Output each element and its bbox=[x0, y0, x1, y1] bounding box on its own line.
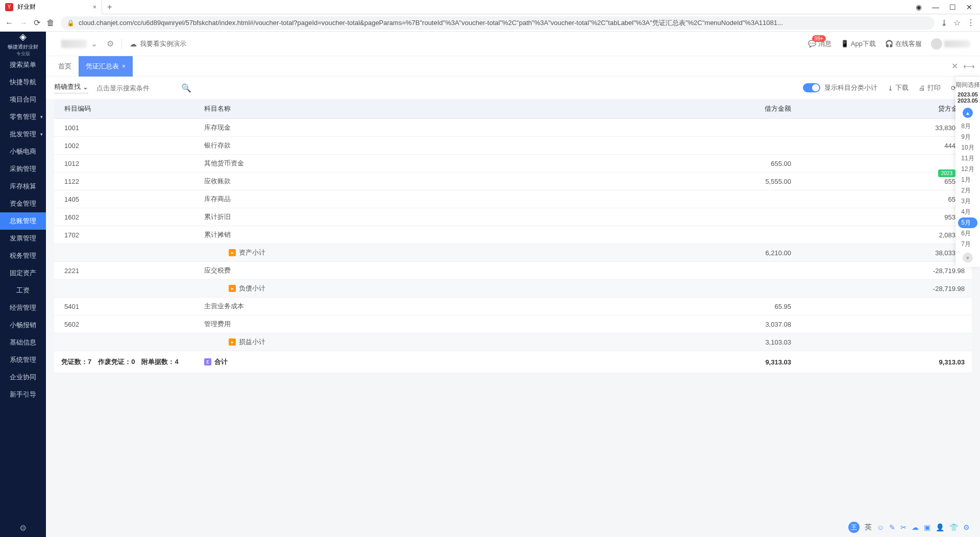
header-code[interactable]: 科目编码 bbox=[54, 99, 197, 119]
table-row[interactable]: 5401 主营业务成本 65.95 bbox=[54, 298, 972, 315]
sidebar-item-8[interactable]: 资金管理 bbox=[0, 195, 46, 212]
sidebar-item-12[interactable]: 固定资产 bbox=[0, 264, 46, 282]
ime-user-icon[interactable]: 👤 bbox=[936, 523, 944, 531]
header-debit[interactable]: 借方金额 bbox=[625, 99, 798, 119]
minimize-icon[interactable]: — bbox=[932, 3, 939, 11]
ime-cloud-icon[interactable]: ☁ bbox=[912, 523, 919, 531]
table-row[interactable]: 5602 管理费用 3,037.08 bbox=[54, 315, 972, 333]
subtotal-toggle[interactable]: 显示科目分类小计 bbox=[803, 83, 877, 92]
sidebar-item-5[interactable]: 小畅电商 bbox=[0, 143, 46, 160]
ime-lang[interactable]: 英 bbox=[865, 523, 872, 532]
close-tab-icon[interactable]: × bbox=[122, 63, 126, 70]
sidebar-item-4[interactable]: 批发管理▾ bbox=[0, 126, 46, 143]
month-option[interactable]: 4月 bbox=[958, 207, 977, 217]
demo-link[interactable]: ☁ 我要看实例演示 bbox=[130, 39, 186, 48]
sidebar-item-13[interactable]: 工资 bbox=[0, 282, 46, 299]
expand-icon[interactable]: ⟷ bbox=[963, 61, 975, 71]
table-row[interactable]: 1602 累计折旧 953.75 bbox=[54, 208, 972, 226]
month-option[interactable]: 8月 bbox=[958, 121, 977, 132]
org-settings-icon[interactable]: ⚙ bbox=[107, 39, 114, 48]
download-button[interactable]: ⤓ 下载 bbox=[888, 83, 909, 92]
period-to[interactable]: 2023.05 bbox=[958, 97, 978, 104]
cell-name: 库存现金 bbox=[197, 119, 625, 137]
header-credit[interactable]: 贷方金额 bbox=[798, 99, 972, 119]
period-from[interactable]: 2023.05 bbox=[958, 91, 978, 97]
tab-voucher-summary[interactable]: 凭证汇总表 × bbox=[79, 56, 133, 77]
header-name[interactable]: 科目名称 bbox=[197, 99, 625, 119]
ime-settings-icon[interactable]: ⚙ bbox=[963, 523, 970, 531]
sidebar-item-14[interactable]: 经营管理 bbox=[0, 299, 46, 316]
close-tab-icon[interactable]: × bbox=[93, 4, 96, 11]
scroll-up-button[interactable]: ▲ bbox=[963, 108, 973, 118]
url-input[interactable]: 🔒 cloud.chanjet.com/cc/u6d89qwnryel/57bf… bbox=[61, 16, 935, 30]
print-button[interactable]: 🖨 打印 bbox=[919, 83, 941, 92]
table-row[interactable]: 1122 应收账款 5,555.00 655.00 bbox=[54, 173, 972, 190]
toggle-switch[interactable] bbox=[803, 83, 820, 92]
maximize-icon[interactable]: ☐ bbox=[949, 3, 956, 11]
sidebar-item-15[interactable]: 小畅报销 bbox=[0, 316, 46, 334]
sidebar-item-7[interactable]: 库存核算 bbox=[0, 178, 46, 195]
month-option[interactable]: 7月 bbox=[958, 239, 977, 250]
ime-image-icon[interactable]: ▣ bbox=[924, 523, 930, 531]
month-option[interactable]: 10月 bbox=[958, 142, 977, 153]
ime-cut-icon[interactable]: ✂ bbox=[900, 523, 906, 531]
sidebar-item-1[interactable]: 快捷导航 bbox=[0, 74, 46, 91]
sidebar-item-11[interactable]: 税务管理 bbox=[0, 247, 46, 264]
tab-home[interactable]: 首页 bbox=[51, 56, 79, 77]
search-mode-selector[interactable]: 精确查找 ⌄ bbox=[54, 82, 88, 93]
menu-icon[interactable]: ⋮ bbox=[967, 18, 975, 28]
ime-main-icon[interactable]: 王 bbox=[848, 522, 860, 533]
install-app-icon[interactable]: ⤓ bbox=[941, 18, 947, 28]
back-button[interactable]: ← bbox=[5, 18, 13, 28]
sidebar-item-2[interactable]: 项目合同 bbox=[0, 91, 46, 108]
table-row[interactable]: ▸损益小计 3,103.03 bbox=[54, 333, 972, 351]
ime-edit-icon[interactable]: ✎ bbox=[889, 523, 895, 531]
month-option[interactable]: 1月 bbox=[958, 175, 977, 185]
cell-debit bbox=[625, 262, 798, 280]
table-row[interactable]: 1405 库存商品 65.95 bbox=[54, 190, 972, 208]
ime-emoji-icon[interactable]: ☺ bbox=[877, 523, 884, 531]
table-row[interactable]: ▸资产小计 6,210.00 38,033.01 bbox=[54, 244, 972, 262]
close-all-tabs-icon[interactable]: ✕ bbox=[951, 61, 958, 71]
forward-button[interactable]: → bbox=[19, 18, 28, 28]
sidebar-item-19[interactable]: 新手引导 bbox=[0, 386, 46, 403]
table-row[interactable]: 1012 其他货币资金 655.00 bbox=[54, 155, 972, 173]
search-icon[interactable]: 🔍 bbox=[181, 83, 191, 93]
month-option[interactable]: 6月 bbox=[958, 228, 977, 239]
table-row[interactable]: 2221 应交税费 -28,719.98 bbox=[54, 262, 972, 280]
sidebar-item-6[interactable]: 采购管理 bbox=[0, 160, 46, 178]
sidebar-item-0[interactable]: 搜索菜单 bbox=[0, 56, 46, 74]
search-input[interactable] bbox=[96, 84, 173, 92]
bookmark-icon[interactable]: ☆ bbox=[953, 18, 961, 28]
table-row[interactable]: ▸负债小计 -28,719.98 bbox=[54, 280, 972, 298]
messages-button[interactable]: 💬 消息 99+ bbox=[808, 39, 831, 48]
table-row[interactable]: 1001 库存现金 33,830.98 bbox=[54, 119, 972, 137]
sidebar-item-10[interactable]: 发票管理 bbox=[0, 230, 46, 247]
scroll-down-button[interactable]: ▼ bbox=[963, 253, 973, 263]
sidebar-item-3[interactable]: 零售管理▾ bbox=[0, 108, 46, 126]
table-row[interactable]: 1702 累计摊销 2,083.33 bbox=[54, 226, 972, 244]
month-option[interactable]: 5月 bbox=[958, 217, 977, 228]
new-tab-button[interactable]: + bbox=[102, 3, 117, 12]
month-option[interactable]: 2月 bbox=[958, 185, 977, 196]
sidebar-item-17[interactable]: 系统管理 bbox=[0, 351, 46, 369]
month-option[interactable]: 12月 bbox=[958, 164, 977, 175]
ime-shirt-icon[interactable]: 👕 bbox=[949, 523, 958, 531]
sidebar-item-9[interactable]: 总账管理 bbox=[0, 212, 46, 230]
month-option[interactable]: 3月 bbox=[958, 196, 977, 207]
table-row[interactable]: 1002 银行存款 444.00 bbox=[54, 137, 972, 155]
sidebar-item-18[interactable]: 企业协同 bbox=[0, 369, 46, 386]
month-option[interactable]: 11月 bbox=[958, 153, 977, 164]
trash-icon[interactable]: 🗑 bbox=[46, 18, 55, 28]
reload-button[interactable]: ⟳ bbox=[34, 18, 40, 28]
sidebar-item-16[interactable]: 基础信息 bbox=[0, 334, 46, 351]
support-button[interactable]: 🎧 在线客服 bbox=[885, 39, 922, 48]
user-menu[interactable] bbox=[931, 38, 970, 50]
app-download-button[interactable]: 📱 App下载 bbox=[841, 39, 876, 48]
org-selector[interactable]: ⌄ bbox=[56, 37, 103, 51]
browser-tab[interactable]: Y 好业财 × bbox=[0, 0, 102, 14]
settings-dot-icon[interactable]: ◉ bbox=[916, 3, 922, 11]
close-window-icon[interactable]: ✕ bbox=[966, 3, 972, 11]
month-option[interactable]: 9月 bbox=[958, 132, 977, 142]
sidebar-settings-button[interactable]: ⚙ bbox=[0, 519, 46, 537]
